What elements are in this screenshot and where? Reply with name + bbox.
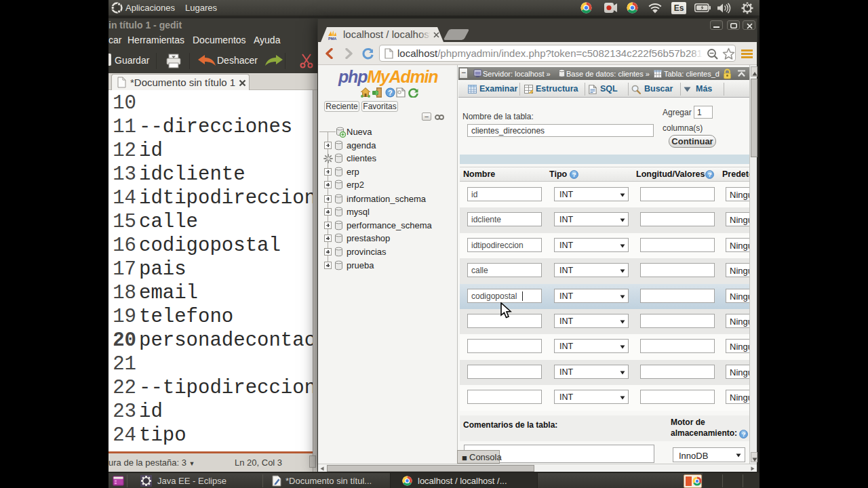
svg-text:?: ? (388, 89, 393, 97)
svg-text:?: ? (572, 171, 576, 178)
svg-text:PMA: PMA (328, 37, 336, 41)
svg-text:?: ? (708, 171, 712, 178)
svg-text:?: ? (742, 430, 746, 438)
